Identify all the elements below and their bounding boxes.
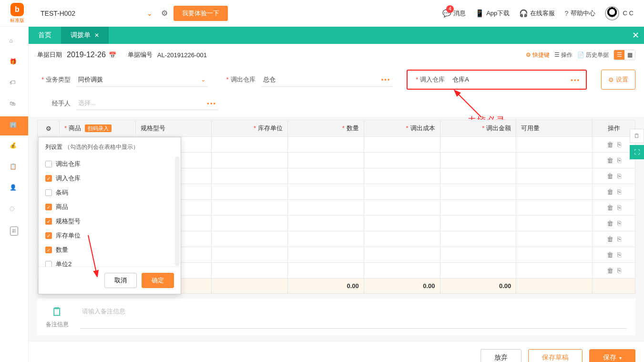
sidebar-loading[interactable]: ◌ [0,200,28,219]
copy-icon[interactable]: ⎘ [617,204,621,211]
delete-icon[interactable]: 🗑 [607,156,613,164]
checkbox-icon[interactable]: ✓ [45,204,52,210]
sidebar-wallet[interactable]: 💰 [0,137,28,156]
colset-item[interactable]: 调出仓库 [45,157,174,171]
delete-icon[interactable]: 🗑 [607,172,613,180]
colset-item[interactable]: ✓规格型号 [45,214,174,228]
more-icon[interactable]: ••• [207,100,216,107]
sidebar-user[interactable]: 👤 [0,179,28,198]
confirm-button[interactable]: 确定 [142,273,174,288]
out-warehouse-field[interactable]: *调出仓库 总仓••• [222,70,393,90]
checkbox-icon[interactable]: ✓ [45,247,52,253]
colset-item[interactable]: ✓数量 [45,243,174,257]
colset-item[interactable]: 条码 [45,186,174,200]
cancel-button[interactable]: 取消 [104,273,137,288]
app-download-link[interactable]: 📱 App下载 [475,9,510,18]
delete-icon[interactable]: 🗑 [607,235,613,243]
total-cost: 0.00 [364,279,440,294]
column-settings-trigger[interactable]: ⚙ [38,120,60,137]
copy-icon[interactable]: ⎘ [617,172,621,180]
messages-link[interactable]: 💬 4 消息 [442,9,466,18]
date-label: 单据日期 [37,51,62,59]
col-out-amount: *调出金额 [440,120,516,137]
float-note-button[interactable]: 🗒 [630,129,644,143]
copy-icon[interactable]: ⎘ [617,156,621,164]
checkbox-icon[interactable] [45,161,52,167]
online-service-link[interactable]: 🎧 在线客服 [519,9,555,18]
grid-view-icon[interactable]: ▦ [624,50,635,60]
delete-icon[interactable]: 🗑 [607,188,613,196]
sidebar-new[interactable]: 新 [0,221,28,240]
checkbox-icon[interactable] [45,189,52,196]
checkbox-icon[interactable]: ✓ [45,175,52,182]
copy-icon[interactable]: ⎘ [617,219,621,227]
logo[interactable]: b 标准版 [6,3,29,24]
try-button[interactable]: 我要体验一下 [174,6,228,21]
copy-icon[interactable]: ⎘ [617,141,621,148]
tab-home[interactable]: 首页 [29,27,61,44]
sidebar-gift[interactable]: 🎁 [0,53,28,72]
colset-item[interactable]: ✓商品 [45,200,174,214]
sidebar-home[interactable]: ⌂ [0,32,28,52]
delete-icon[interactable]: 🗑 [607,219,613,227]
delete-icon[interactable]: 🗑 [607,267,613,274]
more-icon[interactable]: ••• [571,76,580,83]
sidebar-tag[interactable]: 🏷 [0,74,28,93]
colset-item[interactable]: 单位2 [45,257,174,267]
clipboard-icon: 📋 [10,163,19,173]
scan-button[interactable]: 扫码录入 [85,124,112,132]
bag-icon: 🛍 [10,100,19,110]
colset-item[interactable]: ✓库存单位 [45,228,174,243]
copy-icon[interactable]: ⎘ [617,235,621,243]
note-icon: 🗒 [51,305,63,319]
delete-icon[interactable]: 🗑 [607,251,613,259]
date-value[interactable]: 2019-12-26 [67,51,106,59]
operation-link[interactable]: ☰ 操作 [554,51,572,59]
float-expand-button[interactable]: ⛶ [630,145,644,159]
content: 首页 调拨单 ✕ ✕ 单据日期 2019-12-26 📅 单据编号 AL-201… [29,27,644,362]
footer-actions: 放弃 保存草稿 保存▾ [29,341,644,362]
copy-icon[interactable]: ⎘ [617,251,621,259]
loading-icon: ◌ [10,205,19,215]
sidebar-warehouse[interactable]: 🏢 [0,116,28,135]
logo-icon: b [10,3,24,16]
save-button[interactable]: 保存▾ [589,349,635,362]
copy-icon[interactable]: ⎘ [617,267,621,274]
sidebar-clipboard[interactable]: 📋 [0,158,28,177]
sidebar-bag[interactable]: 🛍 [0,95,28,114]
close-icon[interactable]: ✕ [94,32,99,39]
handler-field[interactable]: 经手人 选择...••• [37,96,218,110]
float-panel: 🗒 ⛶ [630,129,644,159]
settings-icon[interactable]: ⚙ [161,9,168,18]
delete-icon[interactable]: 🗑 [607,204,613,211]
scrollbar[interactable] [175,156,180,266]
checkbox-icon[interactable] [45,261,52,267]
col-spec: 规格型号 [135,120,212,137]
delete-icon[interactable]: 🗑 [607,141,613,148]
sidebar: ⌂ 🎁 🏷 🛍 🏢 💰 📋 👤 ◌ 新 [0,27,29,362]
headset-icon: 🎧 [519,9,528,18]
list-view-icon[interactable]: ☰ [614,50,624,60]
discard-button[interactable]: 放弃 [480,349,521,362]
in-warehouse-field[interactable]: *调入仓库 仓库A••• [407,70,587,90]
svg-line-0 [458,93,481,117]
more-icon[interactable]: ••• [381,76,391,83]
form-header: 单据日期 2019-12-26 📅 单据编号 AL-20191226-001 ⚙… [29,44,644,66]
settings-button[interactable]: ⚙ 设置 [601,70,635,90]
org-select[interactable]: TEST-H002 ⌄ [36,6,157,21]
help-center-link[interactable]: ? 帮助中心 [564,9,595,18]
tab-transfer[interactable]: 调拨单 ✕ [61,27,109,44]
colset-item[interactable]: ✓调入仓库 [45,171,174,186]
save-draft-button[interactable]: 保存草稿 [528,349,583,362]
calendar-icon[interactable]: 📅 [109,52,116,59]
remark-input[interactable]: 请输入备注信息 [80,305,627,329]
user-menu[interactable]: C C [605,6,634,21]
copy-icon[interactable]: ⎘ [617,188,621,196]
shortcut-link[interactable]: ⚙ 快捷键 [526,51,550,59]
checkbox-icon[interactable]: ✓ [45,218,52,225]
view-toggle[interactable]: ☰ ▦ [613,50,635,60]
close-all-tabs[interactable]: ✕ [627,27,644,44]
checkbox-icon[interactable]: ✓ [45,232,52,239]
biz-type-field[interactable]: *业务类型 同价调拨⌄ [37,70,208,90]
history-link[interactable]: 📄 历史单据 [577,51,609,59]
